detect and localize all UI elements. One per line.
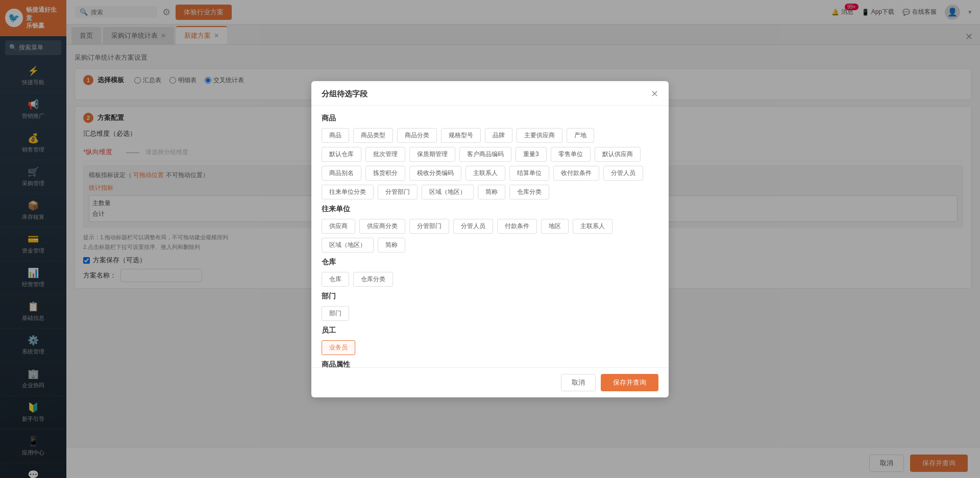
section-title-warehouse: 仓库	[322, 258, 658, 267]
modal-overlay: 分组待选字段 ✕ 商品 商品 商品类型 商品分类 规格型号 品牌 主要供应商 产…	[0, 0, 980, 478]
field-tags-product-2: 默认仓库 批次管理 保质期管理 客户商品编码 重量3 零售单位 默认供应商	[322, 147, 658, 162]
field-tag[interactable]: 地区	[541, 219, 569, 234]
field-tag[interactable]: 主联系人	[465, 166, 505, 181]
field-tag[interactable]: 区域（地区）	[322, 238, 374, 253]
field-tag[interactable]: 仓库分类	[509, 185, 549, 199]
field-tag[interactable]: 分管部门	[409, 219, 449, 234]
field-tag[interactable]: 分管人员	[603, 166, 643, 181]
field-tag[interactable]: 区域（地区）	[422, 185, 474, 199]
modal-confirm-button[interactable]: 保存并查询	[601, 374, 658, 391]
field-tag[interactable]: 拣货积分	[365, 166, 405, 181]
field-tag[interactable]: 默认供应商	[595, 147, 641, 162]
field-tags-product: 商品 商品类型 商品分类 规格型号 品牌 主要供应商 产地	[322, 128, 658, 143]
field-tag[interactable]: 客户商品编码	[459, 147, 511, 162]
modal-cancel-button[interactable]: 取消	[561, 374, 596, 391]
section-title-counterpart: 往来单位	[322, 205, 658, 214]
field-tags-product-4: 往来单位分类 分管部门 区域（地区） 简称 仓库分类	[322, 185, 658, 199]
field-tag[interactable]: 供应商分类	[359, 219, 405, 234]
section-title-department: 部门	[322, 292, 658, 301]
field-tags-warehouse: 仓库 仓库分类	[322, 272, 658, 287]
field-tag[interactable]: 主要供应商	[517, 128, 562, 143]
modal-close-button[interactable]: ✕	[651, 89, 658, 98]
section-title-product-attr: 商品属性	[322, 360, 658, 367]
field-tag[interactable]: 收付款条件	[553, 166, 599, 181]
field-tag[interactable]: 默认仓库	[322, 147, 361, 162]
field-tag[interactable]: 仓库	[322, 272, 349, 287]
field-tags-product-3: 商品别名 拣货积分 税收分类编码 主联系人 结算单位 收付款条件 分管人员	[322, 166, 658, 181]
field-tag[interactable]: 主联系人	[573, 219, 612, 234]
field-tag[interactable]: 保质期管理	[409, 147, 455, 162]
field-tag[interactable]: 商品类型	[353, 128, 393, 143]
field-tag[interactable]: 简称	[478, 185, 505, 199]
section-title-product: 商品	[322, 114, 658, 123]
field-tag[interactable]: 品牌	[485, 128, 512, 143]
field-tags-employee: 业务员	[322, 340, 658, 355]
field-tag-selected[interactable]: 业务员	[322, 340, 355, 355]
field-tag[interactable]: 分管人员	[453, 219, 493, 234]
field-tag[interactable]: 供应商	[322, 219, 355, 234]
modal-dialog: 分组待选字段 ✕ 商品 商品 商品类型 商品分类 规格型号 品牌 主要供应商 产…	[311, 81, 669, 397]
field-tag[interactable]: 商品	[322, 128, 349, 143]
field-tag[interactable]: 商品别名	[322, 166, 361, 181]
field-tag[interactable]: 重量3	[516, 147, 547, 162]
field-tag[interactable]: 分管部门	[378, 185, 418, 199]
modal-footer: 取消 保存并查询	[311, 367, 669, 397]
field-tag[interactable]: 付款条件	[497, 219, 537, 234]
field-tag[interactable]: 税收分类编码	[409, 166, 461, 181]
field-tag[interactable]: 规格型号	[441, 128, 481, 143]
field-tag[interactable]: 结算单位	[509, 166, 549, 181]
field-tags-counterpart: 供应商 供应商分类 分管部门 分管人员 付款条件 地区 主联系人	[322, 219, 658, 234]
field-tag[interactable]: 往来单位分类	[322, 185, 374, 199]
field-tags-counterpart-2: 区域（地区） 简称	[322, 238, 658, 253]
field-tag[interactable]: 部门	[322, 306, 349, 321]
modal-body: 商品 商品 商品类型 商品分类 规格型号 品牌 主要供应商 产地 默认仓库 批次…	[311, 106, 669, 367]
field-tag[interactable]: 简称	[378, 238, 405, 253]
section-title-employee: 员工	[322, 326, 658, 335]
field-tag[interactable]: 商品分类	[397, 128, 437, 143]
field-tag[interactable]: 批次管理	[365, 147, 405, 162]
modal-header: 分组待选字段 ✕	[311, 81, 669, 106]
field-tag[interactable]: 仓库分类	[353, 272, 393, 287]
field-tag[interactable]: 零售单位	[551, 147, 591, 162]
field-tags-department: 部门	[322, 306, 658, 321]
modal-title: 分组待选字段	[322, 89, 368, 99]
field-tag[interactable]: 产地	[567, 128, 594, 143]
